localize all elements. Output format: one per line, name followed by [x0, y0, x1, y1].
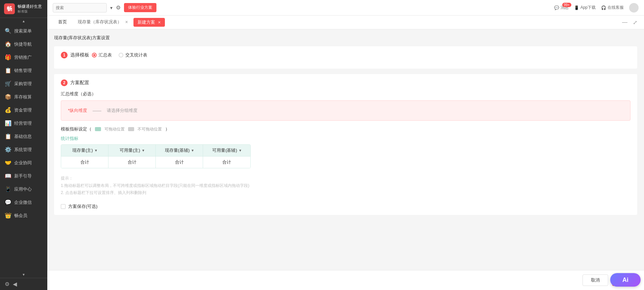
- stats-col-2-label: 现存量(基辅): [165, 147, 190, 153]
- stats-col-1-body: 合计: [108, 156, 155, 168]
- sidebar-item-app-center[interactable]: 📱 应用中心: [0, 183, 47, 196]
- indicator-close-text: ）: [165, 126, 170, 132]
- tab-inventory-status[interactable]: 现存量（库存状况表） ✕: [72, 16, 133, 29]
- sidebar-item-search-menu[interactable]: 🔍 搜索菜单: [0, 24, 47, 38]
- sidebar-item-label: 畅会员: [14, 213, 27, 219]
- tab-new-scheme[interactable]: 新建方案 ✕: [133, 18, 165, 27]
- indicator-label-text: 模板指标设定（: [61, 126, 92, 132]
- sidebar-item-label: 库存核算: [14, 94, 32, 100]
- sidebar-item-inventory[interactable]: 📦 库存核算: [0, 90, 47, 103]
- sidebar-item-system[interactable]: ⚙️ 系统管理: [0, 143, 47, 156]
- ai-bubble[interactable]: Ai: [610, 273, 641, 287]
- sidebar-item-purchase[interactable]: 🛒 采购管理: [0, 77, 47, 90]
- search-input[interactable]: [53, 3, 107, 13]
- sidebar-item-member[interactable]: 👑 畅会员: [0, 209, 47, 222]
- stats-col-3-header[interactable]: 可用量(基辅) ▾: [203, 145, 250, 156]
- collapse-icon[interactable]: ◀: [13, 281, 17, 287]
- service-label: 在线客服: [608, 5, 624, 10]
- online-service-btn[interactable]: 🎧 在线客服: [601, 5, 624, 10]
- dimension-dash: ——: [93, 108, 101, 113]
- dimension-row: *纵向维度 —— 请选择分组维度: [68, 107, 623, 114]
- stats-col-2-header[interactable]: 现存量(基辅) ▾: [156, 145, 203, 156]
- message-btn[interactable]: 💬 消息 99+: [554, 5, 569, 10]
- stats-col-1-label: 可用量(主): [120, 147, 140, 153]
- guide-icon: 📖: [5, 173, 11, 179]
- sidebar-item-cooperation[interactable]: 🤝 企业协同: [0, 156, 47, 169]
- sidebar-item-marketing[interactable]: 🎁 营销推广: [0, 51, 47, 64]
- dimension-placeholder: 请选择分组维度: [107, 107, 138, 114]
- stats-col-0-dropdown-icon[interactable]: ▾: [95, 148, 97, 153]
- dimension-required-label: *纵向维度: [68, 107, 87, 114]
- app-download-icon: 📱: [574, 5, 579, 10]
- sidebar-item-guide[interactable]: 📖 新手引导: [0, 169, 47, 183]
- avatar[interactable]: [629, 3, 639, 13]
- sidebar-item-operation[interactable]: 📊 经营管理: [0, 117, 47, 130]
- topbar: ▾ ⚙ 体验行业方案 💬 消息 99+ 📱 App下载 🎧 在线客服: [47, 0, 644, 16]
- system-icon: ⚙️: [5, 146, 11, 153]
- inventory-status-tab-label: 现存量（库存状况表）: [78, 19, 122, 25]
- tips-section: 提示： 1.拖动标题栏可以调整布局，不可跨维度或指标区域拖动栏目字段(只能在同一…: [61, 175, 630, 197]
- topbar-gear-icon[interactable]: ⚙: [116, 4, 121, 11]
- tab-expand-icon[interactable]: ⤢: [631, 18, 639, 27]
- operation-icon: 📊: [5, 120, 11, 126]
- main-area: ▾ ⚙ 体验行业方案 💬 消息 99+ 📱 App下载 🎧 在线客服 首页: [47, 0, 644, 290]
- basic-info-icon: 📋: [5, 133, 11, 140]
- radio-summary-circle: [92, 53, 97, 57]
- radio-summary[interactable]: 汇总表: [92, 52, 112, 58]
- sidebar-item-label: 企业微信: [14, 199, 32, 206]
- inventory-status-tab-close[interactable]: ✕: [125, 20, 128, 24]
- sidebar-item-quick-nav[interactable]: 🏠 快捷导航: [0, 38, 47, 51]
- page-title: 现存量(库存状况表)方案设置: [54, 35, 637, 41]
- sidebar-item-label: 快捷导航: [14, 41, 32, 47]
- sidebar-scroll-up[interactable]: ▲: [0, 18, 47, 24]
- stats-col-1: 可用量(主) ▾ 合计: [108, 145, 156, 168]
- wechat-icon: 💬: [5, 199, 11, 206]
- app-download-label: App下载: [580, 5, 596, 10]
- member-icon: 👑: [5, 212, 11, 219]
- stats-col-0: 现存量(主) ▾ 合计: [61, 145, 108, 168]
- stats-col-2: 现存量(基辅) ▾ 合计: [156, 145, 203, 168]
- stats-section-title: 统计指标: [61, 136, 630, 142]
- radio-cross[interactable]: 交叉统计表: [119, 52, 147, 58]
- stats-col-3-dropdown-icon[interactable]: ▾: [239, 148, 241, 153]
- sidebar-item-basic-info[interactable]: 📋 基础信息: [0, 130, 47, 143]
- sidebar-item-label: 经营管理: [14, 120, 32, 126]
- home-tab-label: 首页: [58, 19, 67, 25]
- app-edition: 标准版: [18, 9, 42, 14]
- stats-col-2-body: 合计: [156, 156, 203, 168]
- cancel-button[interactable]: 取消: [583, 274, 608, 286]
- tab-minimize-icon[interactable]: —: [621, 18, 629, 27]
- sidebar-scroll-down[interactable]: ▼: [0, 271, 47, 278]
- sidebar-item-finance[interactable]: 💰 资金管理: [0, 103, 47, 117]
- save-option-checkbox[interactable]: [61, 204, 66, 209]
- stats-col-2-dropdown-icon[interactable]: ▾: [192, 148, 194, 153]
- radio-cross-label: 交叉统计表: [125, 52, 147, 58]
- topbar-dropdown-icon[interactable]: ▾: [110, 5, 113, 10]
- stats-col-0-label: 现存量(主): [72, 147, 93, 153]
- sidebar: 畅 畅赚通好生意 标准版 ▲ 🔍 搜索菜单 🏠 快捷导航 🎁 营销推广 📋 销售…: [0, 0, 47, 290]
- step1-title: 选择模板: [70, 52, 89, 58]
- stats-col-3-label: 可用量(基辅): [212, 147, 237, 153]
- sidebar-item-label: 企业协同: [14, 160, 32, 166]
- settings-icon[interactable]: ⚙: [5, 281, 9, 287]
- sidebar-item-sales[interactable]: 📋 销售管理: [0, 64, 47, 77]
- sidebar-item-label: 资金管理: [14, 107, 32, 113]
- radio-summary-label: 汇总表: [99, 52, 112, 58]
- sidebar-item-wechat[interactable]: 💬 企业微信: [0, 196, 47, 209]
- dimension-box[interactable]: *纵向维度 —— 请选择分组维度: [61, 100, 630, 121]
- indicator-settings-label: 模板指标设定（ 可拖动位置 不可拖动位置 ）: [61, 126, 630, 132]
- new-scheme-tab-close[interactable]: ✕: [158, 20, 161, 25]
- stats-col-1-dropdown-icon[interactable]: ▾: [142, 148, 144, 153]
- tabs-bar: 首页 现存量（库存状况表） ✕ 新建方案 ✕ — ⤢: [47, 16, 644, 29]
- sidebar-item-label: 基础信息: [14, 134, 32, 140]
- app-download-btn[interactable]: 📱 App下载: [574, 5, 596, 10]
- step2-title: 方案配置: [70, 80, 89, 86]
- marketing-icon: 🎁: [5, 54, 11, 61]
- message-icon: 💬: [554, 5, 559, 10]
- save-option: 方案保存(可选): [61, 203, 630, 210]
- trial-btn[interactable]: 体验行业方案: [124, 3, 156, 12]
- stats-col-0-header[interactable]: 现存量(主) ▾: [61, 145, 108, 156]
- tab-home[interactable]: 首页: [53, 16, 72, 29]
- stats-col-1-header[interactable]: 可用量(主) ▾: [108, 145, 155, 156]
- search-menu-icon: 🔍: [5, 28, 11, 34]
